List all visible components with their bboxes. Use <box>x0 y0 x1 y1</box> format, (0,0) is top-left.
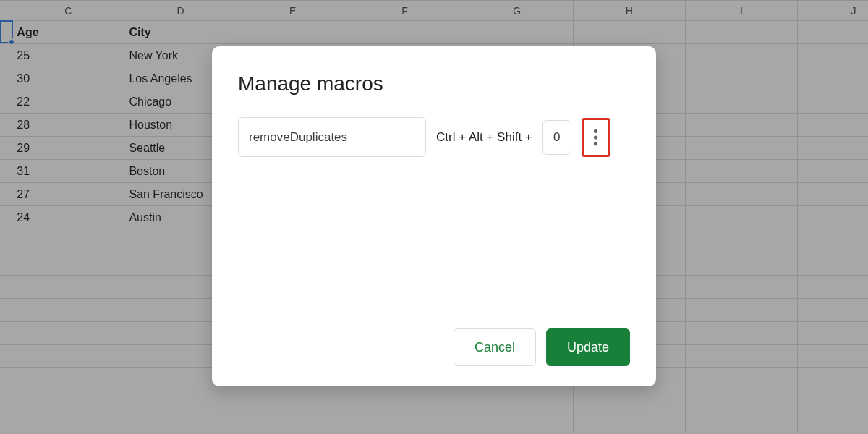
svg-point-0 <box>594 129 597 132</box>
dialog-footer: Cancel Update <box>238 328 630 366</box>
macro-name-input[interactable] <box>238 117 426 157</box>
cancel-button[interactable]: Cancel <box>454 328 536 366</box>
shortcut-prefix-label: Ctrl + Alt + Shift + <box>436 130 532 145</box>
update-button[interactable]: Update <box>546 328 630 366</box>
svg-point-1 <box>594 135 597 139</box>
shortcut-key-input[interactable] <box>542 120 571 155</box>
more-vert-icon <box>593 128 598 147</box>
manage-macros-dialog: Manage macros Ctrl + Alt + Shift + Cance… <box>212 46 656 386</box>
macro-row: Ctrl + Alt + Shift + <box>238 117 630 157</box>
macro-more-options-button[interactable] <box>582 118 610 157</box>
dialog-title: Manage macros <box>238 72 630 95</box>
svg-point-2 <box>594 142 597 145</box>
